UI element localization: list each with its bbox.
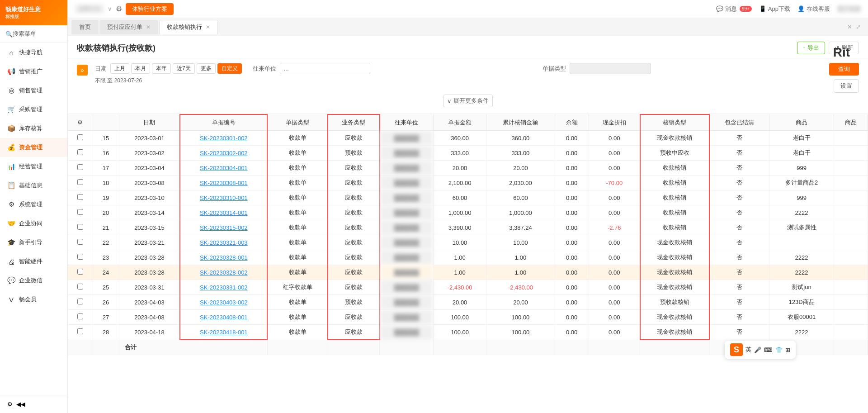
sidebar-item-guide[interactable]: 🎓新手引导 xyxy=(0,233,67,252)
sidebar-item-quick-nav[interactable]: ⌂快捷导航 xyxy=(0,43,67,62)
cell-goods: 老白干 xyxy=(769,146,834,161)
date-btn-this-month[interactable]: 本月 xyxy=(131,63,150,74)
sidebar-item-member[interactable]: V畅会员 xyxy=(0,290,67,309)
collapse-icon[interactable]: ◀◀ xyxy=(16,401,25,408)
cell-amount: 60.00 xyxy=(433,190,486,205)
cell-balance: 0.00 xyxy=(555,295,589,310)
cell-checkbox[interactable] xyxy=(68,310,93,325)
cell-checkbox[interactable] xyxy=(68,250,93,265)
cell-goods: 999 xyxy=(769,161,834,176)
date-btn-7-days[interactable]: 近7天 xyxy=(173,63,195,74)
col-settings-header[interactable]: ⚙ xyxy=(68,114,93,131)
tabs-expand-icon[interactable]: ⤢ xyxy=(856,24,861,30)
tab-prepayment-close[interactable]: ✕ xyxy=(146,24,151,30)
date-btn-last-month[interactable]: 上月 xyxy=(110,63,129,74)
solution-button[interactable]: 体验行业方案 xyxy=(126,3,174,15)
sidebar-item-finance[interactable]: 💰资金管理 xyxy=(0,138,67,157)
online-support-item[interactable]: 👤 在线客服 xyxy=(797,5,830,13)
expand-conditions-button[interactable]: ∨ 展开更多条件 xyxy=(443,95,493,107)
sidebar-item-purchase[interactable]: 🛒采购管理 xyxy=(0,100,67,119)
app-download-item[interactable]: 📱 App下载 xyxy=(759,5,790,13)
cell-date: 2023-04-08 xyxy=(119,310,180,325)
cell-checkbox[interactable] xyxy=(68,265,93,280)
date-btn-this-year[interactable]: 本年 xyxy=(152,63,171,74)
sidebar-item-enterprise[interactable]: 🤝企业协同 xyxy=(0,214,67,233)
purchase-icon: 🛒 xyxy=(7,105,15,114)
filter-collapse-button[interactable]: » xyxy=(77,65,88,76)
sidebar-item-system[interactable]: ⚙系统管理 xyxy=(0,195,67,214)
cell-balance: 0.00 xyxy=(555,325,589,340)
cell-balance: 0.00 xyxy=(555,250,589,265)
cell-include-settled: 否 xyxy=(709,295,769,310)
tabs-close-icon[interactable]: ✕ xyxy=(847,24,852,30)
counterpart-input[interactable] xyxy=(280,63,370,74)
cell-voucher-type: 收款单 xyxy=(267,146,328,161)
cell-goods: 2222 xyxy=(769,205,834,220)
cell-amount: 1.00 xyxy=(433,250,486,265)
date-btn-custom[interactable]: 自定义 xyxy=(217,63,242,74)
sidebar-item-marketing[interactable]: 📢营销推广 xyxy=(0,62,67,81)
col-counterpart-header: 往来单位 xyxy=(380,114,434,131)
cell-voucher-no: SK-20230403-002 xyxy=(180,295,267,310)
cell-checkbox[interactable] xyxy=(68,131,93,146)
settings-button[interactable]: 设置 xyxy=(834,79,859,93)
sidebar-item-basic[interactable]: 📋基础信息 xyxy=(0,176,67,195)
counterpart-label: 往来单位 xyxy=(253,65,276,73)
cell-date: 2023-03-02 xyxy=(119,146,180,161)
search-icon: 🔍 xyxy=(5,31,13,38)
table-row: 222023-03-21SK-20230321-003收款单应收款██████1… xyxy=(68,235,868,250)
date-btn-more[interactable]: 更多 xyxy=(197,63,216,74)
cell-checkbox[interactable] xyxy=(68,325,93,340)
cell-goods2 xyxy=(834,220,868,235)
cell-voucher-type: 收款单 xyxy=(267,220,328,235)
cell-counterpart: ██████ xyxy=(380,295,434,310)
cell-biz-type: 应收款 xyxy=(328,265,380,280)
cell-voucher-no: SK-20230308-001 xyxy=(180,176,267,190)
sidebar-label-purchase: 采购管理 xyxy=(19,105,42,114)
cell-include-settled: 否 xyxy=(709,190,769,205)
cell-voucher-no: SK-20230302-002 xyxy=(180,146,267,161)
cell-checkbox[interactable] xyxy=(68,205,93,220)
cell-voucher-no: SK-20230301-002 xyxy=(180,131,267,146)
cell-amount: 333.00 xyxy=(433,146,486,161)
finance-icon: 💰 xyxy=(7,143,15,152)
sidebar-item-operations[interactable]: 📊经营管理 xyxy=(0,157,67,176)
cell-include-settled: 否 xyxy=(709,220,769,235)
settings-icon[interactable]: ⚙ xyxy=(7,401,13,408)
cell-date: 2023-03-10 xyxy=(119,190,180,205)
export-button[interactable]: ↑ 导出 xyxy=(797,42,826,54)
cell-checkbox[interactable] xyxy=(68,220,93,235)
voucher-type-select[interactable] xyxy=(570,63,651,74)
tab-collection[interactable]: 收款核销执行 ✕ xyxy=(159,20,218,34)
cell-verified-amount: 1,000.00 xyxy=(486,205,555,220)
cell-checkbox[interactable] xyxy=(68,146,93,161)
export-icon: ↑ xyxy=(803,45,806,52)
tab-home[interactable]: 首页 xyxy=(71,20,99,34)
sidebar-label-guide: 新手引导 xyxy=(19,238,42,247)
query-button[interactable]: 查询 xyxy=(829,63,859,76)
cell-voucher-no: SK-20230315-002 xyxy=(180,220,267,235)
cell-checkbox[interactable] xyxy=(68,280,93,295)
messages-item[interactable]: 💬 消息 99+ xyxy=(716,5,752,13)
cell-checkbox[interactable] xyxy=(68,176,93,190)
sidebar-item-wechat[interactable]: 💬企业微信 xyxy=(0,271,67,290)
cell-voucher-no: SK-20230304-001 xyxy=(180,161,267,176)
cell-checkbox[interactable] xyxy=(68,235,93,250)
topbar-chevron-icon[interactable]: ∨ xyxy=(108,5,112,12)
cell-checkbox[interactable] xyxy=(68,161,93,176)
table-row: 252023-03-31SK-20230331-002红字收款单应收款█████… xyxy=(68,280,868,295)
sidebar-search[interactable]: 🔍 搜索菜单 xyxy=(0,25,67,43)
cell-cash-discount: 0.00 xyxy=(589,280,640,295)
sidebar-item-inventory[interactable]: 📦库存核算 xyxy=(0,119,67,138)
cell-balance: 0.00 xyxy=(555,280,589,295)
cell-balance: 0.00 xyxy=(555,310,589,325)
tab-collection-close[interactable]: ✕ xyxy=(206,24,210,30)
topbar-gear-icon[interactable]: ⚙ xyxy=(116,5,122,13)
cell-checkbox[interactable] xyxy=(68,190,93,205)
cell-goods: 999 xyxy=(769,190,834,205)
sidebar-item-sales[interactable]: ◎销售管理 xyxy=(0,81,67,100)
cell-counterpart: ██████ xyxy=(380,280,434,295)
sidebar-item-hardware[interactable]: 🖨智能硬件 xyxy=(0,252,67,271)
cell-checkbox[interactable] xyxy=(68,295,93,310)
tab-prepayment[interactable]: 预付应应付单 ✕ xyxy=(99,20,158,34)
